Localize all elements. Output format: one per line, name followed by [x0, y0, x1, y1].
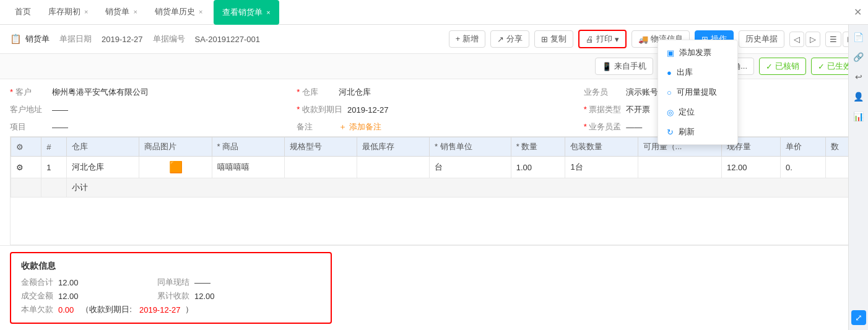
this-owe-value: 0.00	[58, 305, 74, 315]
tab-sales-history-close[interactable]: ×	[199, 8, 202, 15]
col-product-header: * 商品	[212, 137, 284, 157]
phone-icon: 📱	[602, 62, 612, 71]
note-row: 备注 ＋ 添加备注	[297, 121, 571, 132]
tab-sales-label: 销货单	[105, 6, 129, 17]
dropdown-add-invoice[interactable]: ▣ 添加发票	[658, 43, 737, 63]
sold-out-label: 已核销	[775, 61, 799, 72]
sidebar-expand-icon[interactable]: ⤢	[851, 310, 866, 325]
dropdown-refresh[interactable]: ↻ 刷新	[658, 122, 737, 142]
refresh-label: 刷新	[679, 126, 695, 137]
col-num-header: #	[41, 137, 67, 157]
col-spec-header: 规格型号	[284, 137, 357, 157]
tab-sales-history-label: 销货单历史	[155, 6, 195, 17]
col-img-header: 商品图片	[139, 137, 212, 157]
history-button-label: 历史单据	[745, 33, 778, 45]
share-button-label: 分享	[506, 33, 523, 45]
tab-view-sales[interactable]: 查看销货单 ×	[214, 0, 279, 25]
doc-number-label: 单据编号	[153, 33, 185, 45]
from-phone-button[interactable]: 📱 来自手机	[595, 58, 653, 75]
warehouse-value: 河北仓库	[339, 87, 571, 98]
next-button[interactable]: ▷	[805, 32, 820, 47]
row-gear[interactable]: ⚙	[11, 157, 41, 178]
share-icon: ↗	[497, 35, 504, 44]
doc-type-label: 销货单	[25, 33, 50, 45]
this-owe-row: 本单欠款 0.00 （收款到期日: 2019-12-27 ）	[21, 304, 281, 315]
total-label: 金额合计	[21, 277, 53, 288]
ticket-label: 票据类型	[584, 104, 622, 115]
project-row: 项目 ——	[10, 121, 284, 132]
sidebar-chart-icon[interactable]: 📊	[851, 109, 866, 124]
payment-date-row: 收款到期日 2019-12-27	[297, 104, 571, 115]
prev-button[interactable]: ◁	[789, 32, 804, 47]
sidebar-user-icon[interactable]: 👤	[851, 89, 866, 104]
dropdown-outbound[interactable]: ● 出库	[658, 63, 737, 82]
copy-icon: ⊞	[541, 35, 548, 44]
customer-value: 柳州粤港平安气体有限公司	[52, 87, 284, 98]
staff-label: 业务员	[584, 87, 621, 98]
customer-label: 客户	[10, 87, 47, 98]
tab-bar: 首页 库存期初 × 销货单 × 销货单历史 × 查看销货单 × ✕	[0, 0, 868, 25]
share-button[interactable]: ↗ 分享	[490, 30, 529, 48]
operations-dropdown: ▣ 添加发票 ● 出库 ○ 可用量提取 ◎ 定位 ↻ 刷新	[658, 40, 738, 145]
doc-date-label: 单据日期	[59, 33, 92, 45]
add-invoice-icon: ▣	[667, 48, 674, 58]
tab-view-sales-close[interactable]: ×	[266, 9, 270, 16]
outbound-icon: ●	[667, 68, 672, 77]
print-dropdown-arrow: ▾	[615, 35, 619, 44]
subtotal-row: 小计	[11, 178, 857, 198]
address-value: ——	[52, 105, 284, 115]
warehouse-label: 仓库	[297, 87, 334, 98]
available-icon: ○	[667, 88, 672, 97]
print-button-wrapper: 🖨 打印 ▾	[578, 30, 627, 48]
tab-inventory[interactable]: 库存期初 ×	[40, 0, 97, 25]
customer-row: 客户 柳州粤港平安气体有限公司	[10, 87, 284, 98]
from-phone-label: 来自手机	[614, 61, 646, 72]
tab-sales-history[interactable]: 销货单历史 ×	[146, 0, 211, 25]
copy-button[interactable]: ⊞ 复制	[534, 30, 573, 48]
due-date-suffix: ）	[185, 304, 193, 315]
note-add-label: 添加备注	[349, 122, 381, 131]
deal-amount-row: 成交金额 12.00	[21, 290, 145, 302]
tab-home-label: 首页	[15, 6, 31, 17]
logistics-icon: 🚚	[638, 35, 648, 44]
doc-number-value: SA-20191227-001	[195, 35, 261, 44]
cumulative-value: 12.00	[194, 292, 215, 301]
tab-inventory-close[interactable]: ×	[84, 8, 88, 15]
nav-arrows: ◁ ▷	[789, 32, 820, 47]
deal-amount-label: 成交金额	[21, 290, 53, 302]
row-img: 🟧	[139, 157, 212, 178]
tab-home[interactable]: 首页	[6, 0, 40, 25]
sidebar-doc-icon[interactable]: 📄	[851, 30, 866, 45]
same-settlement-row: 同单现结 ——	[157, 277, 281, 288]
history-button[interactable]: 历史单据	[739, 30, 784, 48]
print-button[interactable]: 🖨 打印 ▾	[579, 31, 625, 47]
window-close-button[interactable]: ✕	[854, 6, 862, 18]
sidebar-link-icon[interactable]: 🔗	[851, 50, 866, 64]
table-row: ⚙ 1 河北仓库 🟧 嘻嘻嘻嘻 台 1.00 1台 12.00 0.	[11, 157, 857, 178]
bottom-section: 收款信息 金额合计 12.00 同单现结 —— 成交金额 12.00 累计收款 …	[0, 245, 868, 330]
right-sidebar: 📄 🔗 ↩ 👤 📊 ⤢	[848, 25, 868, 330]
dropdown-locate[interactable]: ◎ 定位	[658, 102, 737, 122]
row-num: 1	[41, 157, 67, 178]
payment-info-title: 收款信息	[21, 261, 321, 272]
sidebar-return-icon[interactable]: ↩	[851, 69, 866, 84]
col-gear-header: ⚙	[11, 137, 41, 157]
refresh-icon: ↻	[667, 128, 674, 137]
tab-view-sales-label: 查看销货单	[222, 7, 263, 18]
due-date-value: 2019-12-27	[139, 305, 181, 315]
row-warehouse: 河北仓库	[67, 157, 139, 178]
salesman-label: 业务员孟	[584, 121, 622, 132]
total-value: 12.00	[58, 278, 79, 287]
new-button[interactable]: + 新增	[449, 30, 485, 48]
dropdown-available-extract[interactable]: ○ 可用量提取	[658, 82, 737, 102]
tab-sales[interactable]: 销货单 ×	[97, 0, 145, 25]
tab-inventory-label: 库存期初	[48, 6, 80, 17]
cumulative-row: 累计收款 12.00	[157, 290, 281, 302]
same-settlement-label: 同单现结	[157, 277, 189, 288]
print-icon: 🖨	[586, 35, 594, 44]
tab-sales-close[interactable]: ×	[133, 8, 137, 15]
list-view-button[interactable]: ☰	[825, 32, 841, 47]
sold-out-icon: ✓	[766, 62, 773, 71]
note-add-btn[interactable]: ＋ 添加备注	[339, 121, 571, 132]
note-label: 备注	[297, 121, 334, 132]
